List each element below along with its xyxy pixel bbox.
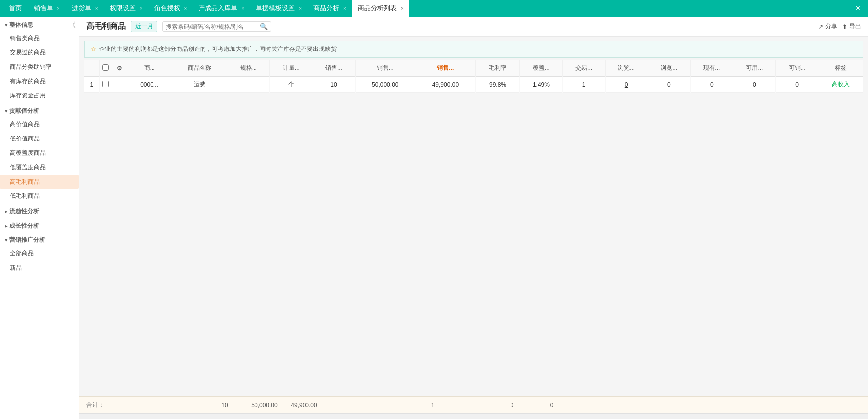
col-transaction: 交易... (562, 60, 605, 77)
data-table: ⚙ 商... 商品名称 规格... 计量... (84, 60, 863, 93)
cell-available: 0 (733, 77, 775, 93)
col-gross-rate: 毛利率 (475, 60, 520, 77)
share-icon: ↗ (818, 23, 823, 30)
info-bar: ☆ 企业的主要的利润都是这部分商品创造的，可考虑加大推广，同时关注库存是不要出现… (84, 41, 863, 58)
tag-badge: 高收入 (832, 81, 850, 88)
share-button[interactable]: ↗ 分享 (818, 22, 837, 31)
col-current: 现有... (690, 60, 733, 77)
close-icon[interactable]: × (401, 6, 404, 11)
chevron-right-icon: ▸ (5, 223, 7, 229)
cell-unit: 个 (270, 77, 312, 93)
chevron-down-icon: ▾ (5, 237, 7, 243)
sidebar-item-all-goods[interactable]: 全部商品 (0, 246, 79, 261)
nav-item-storage[interactable]: 产成品入库单 × (193, 0, 250, 17)
horizontal-scrollbar[interactable] (79, 413, 868, 419)
sidebar-collapse-button[interactable]: 《 (69, 21, 76, 30)
footer-current: 0 (532, 402, 571, 409)
col-coverage: 覆盖... (520, 60, 562, 77)
row-checkbox[interactable] (102, 81, 109, 87)
sidebar-item-low-coverage[interactable]: 低覆盖度商品 (0, 160, 79, 175)
cell-transaction: 1 (562, 77, 605, 93)
footer-sales-qty: 10 (205, 402, 245, 409)
nav-item-purchase[interactable]: 进货单 × (66, 0, 104, 17)
cell-sales-amount: 50,000.00 (355, 77, 415, 93)
close-icon[interactable]: × (140, 6, 143, 11)
chevron-right-icon: ▸ (5, 209, 7, 214)
cell-browse1[interactable]: 0 (605, 77, 648, 93)
chevron-down-icon: ▾ (5, 108, 7, 114)
nav-item-analysis[interactable]: 商品分析 × (307, 0, 352, 17)
cell-gross-rate: 99.8% (475, 77, 520, 93)
table-row: 1 0000... 运费 个 10 50,000.00 49,900.00 99… (84, 77, 863, 93)
cell-current: 0 (690, 77, 733, 93)
nav-item-template[interactable]: 单据模板设置 × (250, 0, 307, 17)
close-icon[interactable]: × (241, 6, 244, 11)
col-unit: 计量... (270, 60, 312, 77)
nav-item-analysis-list[interactable]: 商品分析列表 × (352, 0, 409, 17)
sidebar-item-low-value[interactable]: 低价值商品 (0, 132, 79, 146)
nav-item-home[interactable]: 首页 (3, 0, 28, 17)
col-spec: 规格... (227, 60, 270, 77)
sidebar-item-low-margin[interactable]: 低毛利商品 (0, 189, 79, 203)
sidebar-item-stock-capital[interactable]: 库存资金占用 (0, 89, 79, 103)
search-box[interactable]: 🔍 (162, 21, 271, 32)
sidebar-group-marketing[interactable]: ▾ 营销推广分析 (0, 232, 79, 246)
export-button[interactable]: ⬆ 导出 (842, 22, 861, 31)
nav-item-role[interactable]: 角色授权 × (149, 0, 193, 17)
content-area: 高毛利商品 近一月 🔍 ↗ 分享 ⬆ 导出 ☆ 企业的主要的利润都是这部分商品创… (79, 17, 868, 419)
footer-totals: 合计： 10 50,000.00 49,900.00 1 0 0 (79, 396, 868, 413)
sidebar-item-traded-goods[interactable]: 交易过的商品 (0, 46, 79, 60)
sidebar-group-overall[interactable]: ▾ 整体信息 (0, 17, 79, 31)
col-index (84, 60, 99, 77)
close-icon[interactable]: × (299, 6, 302, 11)
sidebar-item-category-rate[interactable]: 商品分类助销率 (0, 60, 79, 74)
cell-coverage: 1.49% (520, 77, 562, 93)
cell-sales-profit: 49,900.00 (415, 77, 476, 93)
sidebar-group-contribution[interactable]: ▾ 贡献值分析 (0, 103, 79, 117)
cell-checkbox[interactable] (99, 77, 112, 93)
close-icon[interactable]: × (343, 6, 346, 11)
cell-name: 运费 (172, 77, 227, 93)
col-checkbox[interactable] (99, 60, 112, 77)
search-icon[interactable]: 🔍 (260, 23, 268, 30)
filter-recent-month-button[interactable]: 近一月 (131, 21, 157, 32)
footer-browse2: 0 (492, 402, 532, 409)
col-sales-amount: 销售... (355, 60, 415, 77)
close-icon[interactable]: × (57, 6, 60, 11)
close-icon[interactable]: × (184, 6, 187, 11)
window-close-button[interactable]: × (851, 4, 865, 13)
footer-transaction: 1 (413, 402, 453, 409)
sidebar-group-trend[interactable]: ▸ 流趋性分析 (0, 203, 79, 218)
col-settings[interactable]: ⚙ (112, 60, 127, 77)
select-all-checkbox[interactable] (102, 64, 109, 71)
table-container[interactable]: ⚙ 商... 商品名称 规格... 计量... (79, 60, 868, 396)
sidebar-item-new-goods[interactable]: 新品 (0, 261, 79, 275)
table-header-row: ⚙ 商... 商品名称 规格... 计量... (84, 60, 863, 77)
sidebar-item-high-coverage[interactable]: 高覆盖度商品 (0, 146, 79, 160)
content-header: 高毛利商品 近一月 🔍 ↗ 分享 ⬆ 导出 (79, 17, 868, 37)
sidebar-group-growth[interactable]: ▸ 成长性分析 (0, 218, 79, 232)
col-sales-profit: 销售... (415, 60, 476, 77)
sidebar-item-in-stock[interactable]: 有库存的商品 (0, 74, 79, 89)
cell-index: 1 (84, 77, 99, 93)
col-name: 商品名称 (172, 60, 227, 77)
cell-browse2: 0 (648, 77, 690, 93)
nav-item-permission[interactable]: 权限设置 × (104, 0, 149, 17)
sidebar-item-sales-goods[interactable]: 销售类商品 (0, 31, 79, 46)
col-tag: 标签 (818, 60, 863, 77)
info-icon: ☆ (91, 46, 96, 53)
total-label: 合计： (86, 401, 104, 409)
sidebar-item-high-value[interactable]: 高价值商品 (0, 117, 79, 132)
cell-tag: 高收入 (818, 77, 863, 93)
top-navigation: 首页 销售单 × 进货单 × 权限设置 × 角色授权 × 产成品入库单 × 单据… (0, 0, 868, 17)
col-available: 可用... (733, 60, 775, 77)
sidebar: 《 ▾ 整体信息 销售类商品 交易过的商品 商品分类助销率 有库存的商品 库存资… (0, 17, 79, 419)
search-input[interactable] (166, 23, 260, 30)
footer-sales-profit: 49,900.00 (284, 402, 324, 409)
cell-spec (227, 77, 270, 93)
nav-item-sales[interactable]: 销售单 × (28, 0, 66, 17)
cell-code: 0000... (127, 77, 172, 93)
cell-sales-qty: 10 (312, 77, 355, 93)
close-icon[interactable]: × (95, 6, 98, 11)
sidebar-item-high-margin[interactable]: 高毛利商品 (0, 175, 79, 189)
